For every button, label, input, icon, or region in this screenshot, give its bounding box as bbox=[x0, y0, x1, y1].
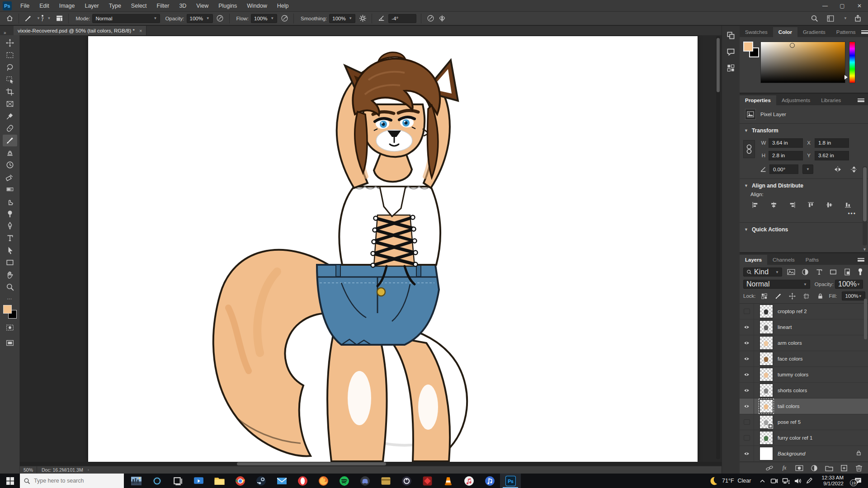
layer-name[interactable]: furry color ref 1 bbox=[778, 435, 812, 441]
airbrush-icon[interactable] bbox=[278, 13, 290, 24]
home-icon[interactable] bbox=[4, 13, 15, 24]
taskbar-weather[interactable]: 71°F Clear bbox=[703, 476, 756, 486]
align-center-horizontal-icon[interactable] bbox=[769, 201, 778, 209]
layer-thumbnail[interactable] bbox=[760, 384, 773, 397]
blend-mode-select[interactable]: Normal▼ bbox=[92, 14, 160, 23]
taskbar-discord-icon[interactable] bbox=[354, 474, 375, 488]
layer-row-croptop-ref-2[interactable]: croptop ref 2 bbox=[740, 304, 868, 319]
smoothing-select[interactable]: 100%▼ bbox=[329, 14, 355, 23]
opacity-select[interactable]: 100%▼ bbox=[187, 14, 213, 23]
layer-thumbnail[interactable] bbox=[760, 305, 773, 318]
layer-thumbnail[interactable] bbox=[760, 431, 773, 445]
delete-layer-icon[interactable] bbox=[854, 464, 863, 472]
foreground-color-swatch[interactable] bbox=[743, 42, 753, 52]
lock-artboard-icon[interactable] bbox=[802, 291, 811, 300]
layer-thumbnail[interactable] bbox=[760, 352, 773, 366]
layer-row-background[interactable]: Background bbox=[740, 446, 868, 462]
quick-mask-icon[interactable] bbox=[3, 322, 17, 333]
layer-name[interactable]: tummy colors bbox=[778, 372, 808, 377]
filter-toggle-icon[interactable] bbox=[856, 267, 864, 277]
pressure-opacity-icon[interactable] bbox=[214, 13, 226, 24]
history-brush-tool[interactable] bbox=[3, 159, 17, 171]
panel-collapse-icon[interactable]: » bbox=[0, 30, 14, 35]
menu-select[interactable]: Select bbox=[126, 0, 152, 12]
menu-plugins[interactable]: Plugins bbox=[213, 0, 242, 12]
layer-row-tail-colors[interactable]: tail colors bbox=[740, 399, 868, 414]
menu-type[interactable]: Type bbox=[104, 0, 126, 12]
screen-mode-icon[interactable] bbox=[3, 337, 17, 349]
chevron-down-icon[interactable]: ▼ bbox=[844, 16, 847, 20]
horizontal-scrollbar-thumb[interactable] bbox=[237, 462, 386, 465]
eyedropper-tool[interactable] bbox=[3, 110, 17, 122]
smudge-tool[interactable] bbox=[3, 196, 17, 207]
layers-scrollbar-thumb[interactable] bbox=[864, 299, 867, 339]
taskbar-obs-icon[interactable] bbox=[396, 474, 417, 488]
layer-visibility-eye-icon[interactable] bbox=[740, 446, 754, 462]
meet-now-icon[interactable] bbox=[768, 474, 780, 488]
color-tab-patterns[interactable]: Patterns bbox=[831, 27, 861, 37]
flip-vertical-icon[interactable] bbox=[850, 166, 858, 173]
layer-name[interactable]: croptop ref 2 bbox=[778, 309, 807, 314]
taskbar-mail-icon[interactable] bbox=[271, 474, 292, 488]
brush-angle-field[interactable]: -4° bbox=[388, 14, 416, 23]
taskbar-search[interactable] bbox=[20, 474, 124, 488]
layer-row-lineart[interactable]: lineart bbox=[740, 319, 868, 335]
add-layer-mask-icon[interactable] bbox=[795, 464, 804, 472]
zoom-tool[interactable] bbox=[3, 281, 17, 293]
collapsed-panel-comments-icon[interactable] bbox=[725, 46, 737, 57]
properties-tab-properties[interactable]: Properties bbox=[740, 95, 776, 105]
link-dimensions-icon[interactable] bbox=[743, 140, 755, 158]
new-layer-icon[interactable] bbox=[840, 464, 849, 472]
paint-symmetry-icon[interactable] bbox=[436, 13, 448, 24]
align-more-options-icon[interactable]: ••• bbox=[740, 210, 868, 220]
workspace-switcher-icon[interactable] bbox=[825, 13, 836, 24]
clone-stamp-tool[interactable] bbox=[3, 147, 17, 159]
menu-help[interactable]: Help bbox=[272, 0, 294, 12]
flip-horizontal-icon[interactable] bbox=[834, 166, 842, 173]
chevron-down-icon[interactable]: ▼ bbox=[37, 16, 40, 20]
link-layers-icon[interactable] bbox=[765, 464, 774, 472]
layer-row-face-colors[interactable]: face colors bbox=[740, 351, 868, 367]
lock-position-icon[interactable] bbox=[788, 291, 797, 300]
layers-tab-layers[interactable]: Layers bbox=[740, 255, 767, 265]
smoothing-gear-icon[interactable] bbox=[357, 13, 368, 24]
brush-tool-preset-icon[interactable] bbox=[22, 13, 34, 24]
filter-adjustment-layers-icon[interactable] bbox=[800, 267, 810, 277]
hue-slider-arrow-icon[interactable] bbox=[844, 75, 848, 80]
align-section-header[interactable]: ▼ Align and Distribute bbox=[740, 179, 868, 192]
layer-row-arm-colors[interactable]: arm colors bbox=[740, 335, 868, 351]
eraser-tool[interactable] bbox=[3, 171, 17, 183]
hue-strip[interactable] bbox=[849, 42, 855, 83]
taskbar-clock[interactable]: 12:33 AM 9/1/2022 bbox=[815, 475, 848, 487]
action-center-icon[interactable]: 19 bbox=[848, 474, 868, 488]
layer-thumbnail[interactable] bbox=[760, 447, 773, 460]
layer-style-fx-icon[interactable]: fx bbox=[780, 464, 789, 472]
layer-row-pose-ref-5[interactable]: pose ref 5 bbox=[740, 414, 868, 430]
document-canvas[interactable] bbox=[88, 36, 698, 462]
layer-visibility-eye-icon[interactable] bbox=[740, 319, 754, 335]
tray-overflow-icon[interactable] bbox=[756, 474, 768, 488]
type-tool[interactable] bbox=[3, 232, 17, 244]
collapsed-panel-brushes-icon[interactable] bbox=[725, 62, 737, 74]
taskbar-chrome-icon[interactable] bbox=[230, 474, 250, 488]
chevron-down-icon[interactable]: ▼ bbox=[47, 16, 51, 20]
layer-name[interactable]: Background bbox=[778, 451, 805, 456]
height-field[interactable]: 2.8 in bbox=[769, 151, 803, 160]
layer-name[interactable]: shorts colors bbox=[778, 388, 807, 393]
menu-window[interactable]: Window bbox=[242, 0, 272, 12]
rotation-angle-field[interactable]: 0.00° bbox=[769, 164, 798, 174]
horizontal-scrollbar[interactable] bbox=[20, 462, 722, 466]
layer-thumbnail[interactable] bbox=[760, 368, 773, 381]
filter-shape-layers-icon[interactable] bbox=[828, 267, 838, 277]
brush-tool[interactable] bbox=[3, 135, 17, 146]
properties-scrollbar-thumb[interactable] bbox=[863, 167, 867, 221]
taskbar-spotify-icon[interactable] bbox=[334, 474, 354, 488]
layer-opacity-select[interactable]: 100%▼ bbox=[835, 280, 863, 289]
crop-tool[interactable] bbox=[3, 86, 17, 98]
taskbar-news-widget-icon[interactable] bbox=[126, 474, 146, 488]
zoom-level-field[interactable]: 50% bbox=[20, 466, 37, 474]
align-left-icon[interactable] bbox=[750, 201, 760, 209]
layer-visibility-eye-icon[interactable] bbox=[740, 383, 754, 399]
taskbar-groove-icon[interactable] bbox=[479, 474, 500, 488]
align-center-vertical-icon[interactable] bbox=[825, 201, 834, 209]
